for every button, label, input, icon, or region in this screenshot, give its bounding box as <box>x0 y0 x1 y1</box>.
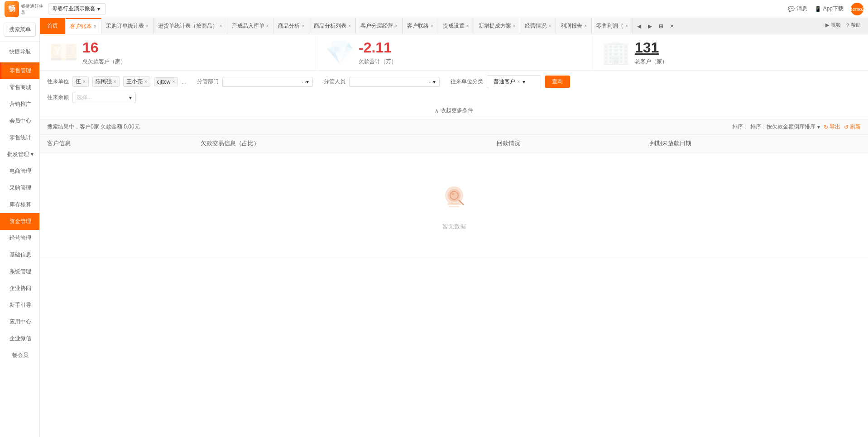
app-download-btn[interactable]: 📱 App下载 <box>815 5 844 13</box>
help-btn[interactable]: ? 帮助 <box>846 22 861 28</box>
tab-nav-controls: ◀ ▶ ⊞ ✕ <box>633 22 678 31</box>
remove-tag-unit3[interactable]: × <box>144 79 147 84</box>
tab-close-10[interactable]: × <box>548 24 551 28</box>
total-customers-label: 总客户（家） <box>635 58 667 66</box>
sidebar-item-app-center[interactable]: 应用中心 <box>0 314 39 330</box>
tab-close-12[interactable]: × <box>625 24 628 28</box>
stat-total-debt-text: -2.11 欠款合计（万） <box>359 39 397 66</box>
user-area[interactable]: demo2 <box>851 3 863 15</box>
unit-category-select[interactable]: 普通客户 × ▾ <box>487 75 541 88</box>
tab-home[interactable]: 首页 <box>40 18 66 34</box>
message-label: 消息 <box>796 5 807 13</box>
tab-close-2[interactable]: × <box>220 24 222 28</box>
video-help-btn[interactable]: ▶ 视频 <box>825 22 841 28</box>
chevron-person-icon: ▾ <box>433 79 436 85</box>
sidebar-item-member-center[interactable]: 会员中心 <box>0 113 39 129</box>
sidebar: 搜索菜单 快捷导航 零售管理 零售商城 营销推广 会员中心 零售统计 批发管理 … <box>0 18 40 437</box>
sidebar-item-weixin[interactable]: 企业微信 <box>0 330 39 347</box>
tab-close-1[interactable]: × <box>146 24 149 28</box>
filter-tag-unit3: 王小亮 × <box>123 76 150 87</box>
tab-close-5[interactable]: × <box>348 24 351 28</box>
tab-profit-report[interactable]: 利润报告 × <box>556 18 592 34</box>
logo-icon: 畅 <box>5 1 19 17</box>
logo-area: 畅 畅捷通好生意 <box>5 1 44 17</box>
app-download-label: App下载 <box>823 5 844 13</box>
sort-label: 排序： <box>732 123 748 131</box>
tab-close-7[interactable]: × <box>431 24 433 28</box>
results-summary: 搜索结果中，客户0家 欠款金额 0.00元 <box>47 123 140 131</box>
tab-cost-inbound[interactable]: 产成品入库单 × <box>227 18 274 34</box>
refresh-btn[interactable]: ↺ 刷新 <box>844 123 861 131</box>
sidebar-item-retail-stats[interactable]: 零售统计 <box>0 129 39 146</box>
sidebar-item-purchase[interactable]: 采购管理 <box>0 180 39 196</box>
sidebar-item-retail-mall[interactable]: 零售商城 <box>0 79 39 96</box>
tab-close-4[interactable]: × <box>302 24 304 28</box>
empty-svg <box>436 180 472 216</box>
tab-inbound-stats[interactable]: 进货单统计表（按商品） × <box>153 18 227 34</box>
collapse-filters-btn[interactable]: ∧ 收起更多条件 <box>47 107 861 114</box>
tab-product-analysis[interactable]: 商品分析 × <box>273 18 309 34</box>
query-btn[interactable]: 查询 <box>545 76 570 88</box>
sidebar-item-retail-mgmt[interactable]: 零售管理 <box>0 62 39 79</box>
sidebar-item-finance[interactable]: 资金管理 <box>0 213 39 230</box>
empty-row: 暂无数据 <box>40 152 868 258</box>
tab-ops-status[interactable]: 经营情况 × <box>520 18 556 34</box>
tab-close-9[interactable]: × <box>513 24 516 28</box>
quick-nav-btn[interactable]: 快捷导航 <box>0 44 39 59</box>
tab-customer-contact[interactable]: 客户联络 × <box>403 18 438 34</box>
chevron-category-icon: ▾ <box>523 79 525 85</box>
tab-close-customer-book[interactable]: × <box>94 24 96 29</box>
sidebar-item-enterprise[interactable]: 企业协同 <box>0 280 39 297</box>
tab-prev-btn[interactable]: ◀ <box>635 22 644 31</box>
tab-close-3[interactable]: × <box>266 24 269 28</box>
tab-raise-settings[interactable]: 提成设置 × <box>438 18 474 34</box>
tab-customer-book[interactable]: 客户账本 × <box>66 18 101 34</box>
search-menu-btn[interactable]: 搜索菜单 <box>4 23 36 37</box>
remove-tag-unit2[interactable]: × <box>114 79 116 84</box>
sidebar-item-ecommerce[interactable]: 电商管理 <box>0 163 39 180</box>
tab-close-all-btn[interactable]: ✕ <box>667 22 676 31</box>
filter-row-1: 往来单位 伍 × 陈民强 × 王小亮 × cjttcw × ... <box>47 75 861 88</box>
filter-tag-unit2: 陈民强 × <box>92 76 120 87</box>
sidebar-item-ops[interactable]: 经营管理 <box>0 230 39 247</box>
refresh-circle-icon: ↻ <box>824 124 828 130</box>
balance-select[interactable]: 选择... ▾ <box>72 92 136 103</box>
tab-new-raise[interactable]: 新增提成方案 × <box>474 18 521 34</box>
dept-select[interactable]: ··· ▾ <box>222 77 313 87</box>
top-bar: 畅 畅捷通好生意 母婴行业演示账套 ▾ 💬 消息 📱 App下载 demo2 <box>0 0 868 18</box>
tab-retail-profit[interactable]: 零售利润（ × <box>592 18 633 34</box>
sidebar-item-inventory[interactable]: 库存核算 <box>0 196 39 213</box>
tabs-bar: 首页 客户账本 × 采购订单统计表 × 进货单统计表（按商品） × 产成品入库单… <box>40 18 868 34</box>
empty-state: 暂无数据 <box>40 152 868 258</box>
tab-expand-btn[interactable]: ⊞ <box>657 22 666 31</box>
tab-close-6[interactable]: × <box>395 24 398 28</box>
sidebar-item-newbie[interactable]: 新手引导 <box>0 297 39 314</box>
stat-total-customers: 🏢 131 总客户（家） <box>592 34 868 70</box>
remove-tag-unit4[interactable]: × <box>173 79 175 84</box>
stat-debt-customers-text: 16 总欠款客户（家） <box>82 39 126 66</box>
remove-tag-category1[interactable]: × <box>517 79 520 84</box>
username: demo2 <box>849 6 865 12</box>
sort-selector[interactable]: 排序： 排序：按欠款金额倒序排序 ▾ <box>732 123 820 131</box>
sidebar-item-sys[interactable]: 系统管理 <box>0 263 39 280</box>
store-selector[interactable]: 母婴行业演示账套 ▾ <box>48 3 106 14</box>
message-btn[interactable]: 💬 消息 <box>788 5 807 13</box>
sidebar-item-vip[interactable]: 畅会员 <box>0 347 39 364</box>
tab-product-list[interactable]: 商品分析列表 × <box>309 18 356 34</box>
data-table: 客户信息 欠款交易信息（占比） 回款情况 到期未放款日期 <box>40 135 868 258</box>
tab-next-btn[interactable]: ▶ <box>646 22 655 31</box>
person-select[interactable]: ··· ▾ <box>349 77 440 87</box>
col-payment-status: 回款情况 <box>489 135 643 152</box>
debt-customers-number: 16 <box>82 39 126 56</box>
sidebar-item-wholesale[interactable]: 批发管理 ▾ <box>0 146 39 163</box>
tab-purchase-order-stats[interactable]: 采购订单统计表 × <box>101 18 153 34</box>
sidebar-item-marketing[interactable]: 营销推广 <box>0 96 39 113</box>
remove-tag-unit1[interactable]: × <box>83 79 86 84</box>
tab-close-8[interactable]: × <box>466 24 469 28</box>
export-btn[interactable]: ↻ 导出 <box>824 123 840 131</box>
filter-more-units[interactable]: ... <box>182 79 186 85</box>
filter-tag-unit1: 伍 × <box>72 76 89 87</box>
tab-customer-segment[interactable]: 客户分层经营 × <box>356 18 403 34</box>
sidebar-item-basic-info[interactable]: 基础信息 <box>0 247 39 263</box>
tab-close-11[interactable]: × <box>584 24 587 28</box>
